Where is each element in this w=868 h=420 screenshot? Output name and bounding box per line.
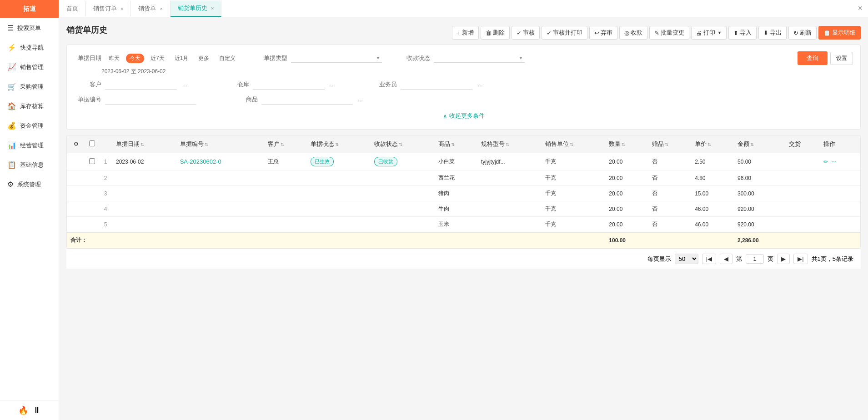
tab-sales-order-label: 销售订单: [93, 5, 117, 13]
salesperson-input[interactable]: [401, 79, 472, 90]
transaction-cell: [785, 170, 820, 186]
checkbox-cell[interactable]: [85, 170, 99, 186]
delete-button[interactable]: 🗑 删除: [481, 26, 510, 40]
col-gift[interactable]: 赠品⇅: [648, 135, 691, 153]
show-details-button[interactable]: 📋 显示明细: [818, 26, 861, 40]
page-label: 第: [736, 255, 742, 263]
col-date[interactable]: 单据日期⇅: [112, 135, 176, 153]
print-button[interactable]: 🖨 打印: [691, 26, 727, 40]
sidebar-item-finance[interactable]: 💰 资金管理: [0, 116, 59, 135]
date-btn-custom[interactable]: 自定义: [216, 54, 239, 63]
col-amount[interactable]: 金额⇅: [734, 135, 785, 153]
collect-button[interactable]: ◎ 收款: [619, 26, 647, 40]
audit-print-button[interactable]: ✓ 审核并打印: [542, 26, 587, 40]
col-gear[interactable]: ⚙: [67, 135, 85, 153]
prev-page-button[interactable]: ◀: [720, 254, 733, 264]
sidebar-item-sys-mgmt[interactable]: ⚙ 系统管理: [0, 175, 59, 194]
bottom-icon-pause[interactable]: ⏸: [33, 405, 41, 415]
tab-sales-delivery[interactable]: 销货单 ×: [131, 1, 170, 16]
warehouse-input[interactable]: [253, 79, 325, 90]
col-price[interactable]: 单价⇅: [691, 135, 734, 153]
tab-sales-history-label: 销货单历史: [178, 4, 207, 12]
sidebar-item-search-menu[interactable]: ☰ 搜索菜单: [0, 18, 59, 38]
sidebar-item-label: 采购管理: [20, 83, 44, 91]
row-checkbox[interactable]: [89, 158, 95, 164]
col-checkbox[interactable]: [85, 135, 99, 153]
date-btn-7days[interactable]: 近7天: [147, 54, 168, 63]
goods-input[interactable]: [261, 94, 352, 105]
first-page-button[interactable]: |◀: [702, 254, 716, 264]
query-buttons: 查询 设置: [798, 51, 853, 65]
import-button[interactable]: ⬆ 导入: [728, 26, 757, 40]
checkbox-cell[interactable]: [85, 201, 99, 217]
rownum-cell: 4: [99, 201, 112, 217]
col-qty[interactable]: 数量⇅: [605, 135, 648, 153]
date-btn-1month[interactable]: 近1月: [171, 54, 192, 63]
goods-cell: 小白菜: [435, 153, 477, 170]
pay-status-badge: 已收款: [374, 157, 397, 166]
tab-sales-history-close[interactable]: ×: [211, 5, 214, 11]
per-page-select[interactable]: 50 100 200: [675, 254, 698, 264]
batch-change-button[interactable]: ✎ 批量变更: [649, 26, 689, 40]
col-paystatus[interactable]: 收款状态⇅: [371, 135, 435, 153]
sidebar-item-basic-info[interactable]: 📋 基础信息: [0, 155, 59, 175]
tab-sales-order-close[interactable]: ×: [120, 6, 123, 11]
tab-sales-delivery-close[interactable]: ×: [160, 6, 162, 11]
customer-dots[interactable]: ...: [182, 81, 187, 88]
bottom-icon-fire[interactable]: 🔥: [18, 405, 28, 415]
tab-home[interactable]: 首页: [59, 1, 86, 16]
col-customer[interactable]: 客户⇅: [264, 135, 307, 153]
current-page-input[interactable]: [746, 254, 764, 264]
docnum-input[interactable]: [105, 94, 196, 105]
tab-sales-order[interactable]: 销售订单 ×: [86, 1, 131, 16]
date-btn-yesterday[interactable]: 昨天: [105, 54, 123, 63]
query-button[interactable]: 查询: [798, 51, 828, 65]
page-content: 销货单历史 + 新增 🗑 删除 ✓ 审核 ✓ 审核并打印: [59, 17, 868, 420]
date-btn-today[interactable]: 今天: [126, 54, 144, 63]
sidebar-item-quick-nav[interactable]: ⚡ 快捷导航: [0, 38, 59, 57]
sidebar-item-ops-mgmt[interactable]: 📊 经营管理: [0, 135, 59, 155]
col-unit[interactable]: 销售单位⇅: [542, 135, 606, 153]
more-action-button[interactable]: ⋯: [831, 159, 837, 165]
collapse-button[interactable]: ∧ 收起更多条件: [443, 112, 485, 120]
audit-button[interactable]: ✓ 审核: [512, 26, 540, 40]
edit-action-button[interactable]: ✏: [823, 159, 828, 165]
checkbox-cell[interactable]: [85, 186, 99, 201]
col-docstatus[interactable]: 单据状态⇅: [307, 135, 371, 153]
goods-dots[interactable]: ...: [358, 96, 363, 103]
sidebar-item-purchase-mgmt[interactable]: 🛒 采购管理: [0, 77, 59, 96]
table-row: 4 牛肉 千克 20.00 否 46.00 920.00: [67, 201, 860, 217]
col-docnum[interactable]: 单据编号⇅: [176, 135, 264, 153]
col-spec[interactable]: 规格型号⇅: [477, 135, 542, 153]
page-suffix: 页: [768, 255, 773, 263]
sidebar-item-inventory[interactable]: 🏠 库存核算: [0, 96, 59, 116]
select-all-checkbox[interactable]: [89, 140, 95, 146]
date-btn-more[interactable]: 更多: [195, 54, 213, 63]
add-button[interactable]: + 新增: [452, 26, 479, 40]
col-goods[interactable]: 商品⇅: [435, 135, 477, 153]
refresh-button[interactable]: ↻ 刷新: [788, 26, 817, 40]
sort-customer-icon: ⇅: [281, 142, 284, 147]
tab-sales-history[interactable]: 销货单历史 ×: [171, 0, 221, 17]
status-filter-select[interactable]: ▼: [434, 54, 525, 63]
customer-input[interactable]: [105, 79, 177, 90]
checkbox-cell[interactable]: [85, 153, 99, 170]
settings-button[interactable]: 设置: [830, 52, 853, 65]
export-button[interactable]: ⬇ 导出: [758, 26, 787, 40]
docnum-link[interactable]: SA-20230602-0: [180, 158, 221, 165]
last-page-button[interactable]: ▶|: [793, 254, 808, 264]
type-filter-select[interactable]: ▼: [291, 54, 382, 63]
gear-cell: [67, 186, 85, 201]
close-all-tabs-button[interactable]: ×: [852, 0, 868, 17]
abandon-button[interactable]: ↩ 弃审: [589, 26, 617, 40]
checkbox-cell[interactable]: [85, 217, 99, 233]
table-row: 1 2023-06-02 SA-20230602-0 王总 已生效 已收款 小白…: [67, 153, 860, 170]
sidebar-item-sales-mgmt[interactable]: 📈 销售管理: [0, 57, 59, 77]
warehouse-dots[interactable]: ...: [330, 81, 335, 88]
docnum-cell[interactable]: SA-20230602-0: [176, 153, 264, 170]
price-cell: 15.00: [691, 186, 734, 201]
salesperson-dots[interactable]: ...: [478, 81, 483, 88]
next-page-button[interactable]: ▶: [777, 254, 790, 264]
sort-goods-icon: ⇅: [451, 142, 455, 147]
type-select-arrow: ▼: [376, 55, 380, 60]
